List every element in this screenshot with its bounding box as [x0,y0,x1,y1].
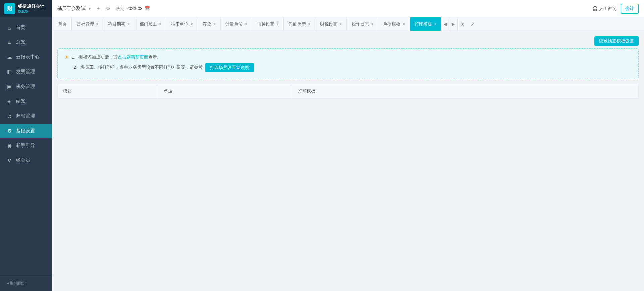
add-tab-icon[interactable]: ＋ [96,5,101,12]
tab-printform-close[interactable]: × [434,22,436,27]
calendar-icon[interactable]: 📅 [145,6,150,11]
tab-oplog[interactable]: 操作日志 × [347,17,378,31]
notice-prefix: 1、模板添加成功后，请 [72,55,118,60]
service-button[interactable]: 🎧 人工咨询 [592,6,616,12]
logo-sub: 旗舰版 [18,9,44,14]
sidebar-item-close[interactable]: ◈ 结账 [0,94,52,109]
topbar-right: 🎧 人工咨询 会计 [592,4,639,14]
sidebar: 财 畅捷通好会计 旗舰版 ⌂ 首页 ≡ 总账 ☁ 云报表中心 ◧ 发票管理 ▣ … [0,0,52,291]
company-selector[interactable]: 基层工会测试 ▼ [57,6,92,12]
sidebar-item-ledger[interactable]: ≡ 总账 [0,35,52,50]
tab-taxset-label: 财税设置 [320,21,337,27]
settings-icon: ⚙ [6,128,13,134]
tab-stock[interactable]: 存货 × [198,17,221,31]
tab-supplier[interactable]: 往来单位 × [166,17,198,31]
tab-voucher-close[interactable]: × [308,22,310,27]
tab-dept[interactable]: 部门员工 × [135,17,166,31]
sidebar-label-invoice: 发票管理 [16,69,35,75]
tab-taxset-close[interactable]: × [339,22,342,27]
tab-home-label: 首页 [58,21,67,27]
sidebar-unpin-button[interactable]: ◄取消固定 [0,276,52,291]
tab-singleform-close[interactable]: × [402,22,405,27]
tab-subjects[interactable]: 科目期初 × [103,17,135,31]
tab-dept-close[interactable]: × [159,22,161,27]
settings-row: 隐藏预置模板设置 [57,36,639,46]
tab-taxset[interactable]: 财税设置 × [315,17,347,31]
sidebar-label-member: 畅会员 [16,157,30,163]
sidebar-item-guide[interactable]: ◉ 新手引导 [0,138,52,153]
tab-stock-close[interactable]: × [213,22,216,27]
reports-icon: ☁ [6,54,13,60]
sidebar-label-guide: 新手引导 [16,143,35,149]
notice-refresh-link[interactable]: 点击刷新新页面 [118,55,148,60]
company-dropdown-icon: ▼ [88,6,92,11]
tab-currency-label: 币种设置 [257,21,274,27]
member-icon: V [6,157,13,164]
logo-title: 畅捷通好会计 [18,4,44,9]
tab-voucher-label: 凭证类型 [288,21,306,27]
tab-voucher[interactable]: 凭证类型 × [284,17,315,31]
notice-row-2: 2、多员工、多打印机、多种业务类型设置不同打印方案等，请参考 打印场景设置宣说明 [64,63,632,72]
explain-button[interactable]: 打印场景设置宣说明 [205,63,254,72]
sidebar-logo: 财 畅捷通好会计 旗舰版 [0,0,52,17]
notice-row-1: ☀ 1、模板添加成功后，请点击刷新新页面查看。 [64,54,632,61]
tab-oplog-label: 操作日志 [352,21,369,27]
sidebar-item-reports[interactable]: ☁ 云报表中心 [0,50,52,64]
tabbar: 首页 归档管理 × 科目期初 × 部门员工 × 往来单位 × 存货 × 计量单位… [52,17,644,31]
sidebar-item-member[interactable]: V 畅会员 [0,153,52,168]
tab-stock-label: 存货 [203,21,211,27]
home-icon: ⌂ [6,24,13,31]
th-document: 单据 [158,84,292,98]
sidebar-label-tax: 税务管理 [16,84,35,90]
tab-subjects-close[interactable]: × [127,22,130,27]
tab-expand[interactable]: ⤢ [468,17,478,31]
sidebar-label-archive: 归档管理 [16,113,35,119]
tab-subjects-label: 科目期初 [108,21,125,27]
topbar-actions: ＋ ⚙ [96,5,110,12]
kuaiji-button[interactable]: 会计 [621,4,639,14]
th-template: 打印模板 [292,84,638,98]
tab-currency[interactable]: 币种设置 × [252,17,284,31]
sidebar-label-settings: 基础设置 [16,128,35,134]
notice-box: ☀ 1、模板添加成功后，请点击刷新新页面查看。 2、多员工、多打印机、多种业务类… [57,48,639,78]
content-area: 隐藏预置模板设置 ☀ 1、模板添加成功后，请点击刷新新页面查看。 2、多员工、多… [52,31,644,291]
tab-printform[interactable]: 打印模板 × [410,17,441,31]
tab-singleform[interactable]: 单据模板 × [378,17,410,31]
service-label: 人工咨询 [599,6,616,12]
tax-icon: ▣ [6,83,13,90]
company-name: 基层工会测试 [57,6,86,12]
tab-close-all[interactable]: ✕ [458,17,468,31]
invoice-icon: ◧ [6,68,13,75]
sidebar-item-home[interactable]: ⌂ 首页 [0,20,52,35]
tab-archive[interactable]: 归档管理 × [72,17,103,31]
tab-singleform-label: 单据模板 [383,21,400,27]
logo-text: 畅捷通好会计 旗舰版 [18,4,44,14]
tab-supplier-close[interactable]: × [191,22,193,27]
tab-currency-close[interactable]: × [276,22,279,27]
hide-settings-button[interactable]: 隐藏预置模板设置 [594,36,639,46]
sidebar-item-tax[interactable]: ▣ 税务管理 [0,79,52,94]
settings-gear-icon[interactable]: ⚙ [106,5,110,12]
sidebar-item-settings[interactable]: ⚙ 基础设置 [0,124,52,138]
ledger-icon: ≡ [6,39,13,46]
sidebar-label-home: 首页 [16,25,25,31]
tab-measure-label: 计量单位 [225,21,243,27]
tab-measure-close[interactable]: × [245,22,247,27]
tab-archive-close[interactable]: × [96,22,98,27]
logo-icon: 财 [4,3,15,14]
sidebar-item-archive[interactable]: 🗂 归档管理 [0,109,52,124]
tab-scroll-right[interactable]: ▶ [449,17,458,31]
notice-suffix: 查看。 [148,55,161,60]
tab-oplog-close[interactable]: × [371,22,373,27]
notice-text-2: 2、多员工、多打印机、多种业务类型设置不同打印方案等，请参考 [74,64,203,71]
tab-scroll-left[interactable]: ◀ [441,17,449,31]
main-area: 基层工会测试 ▼ ＋ ⚙ 账期 2023-03 📅 🎧 人工咨询 会计 首页 [52,0,644,291]
guide-icon: ◉ [6,142,13,149]
tab-home[interactable]: 首页 [53,17,72,31]
sidebar-label-close: 结账 [16,98,25,104]
sidebar-item-invoice[interactable]: ◧ 发票管理 [0,64,52,79]
sidebar-label-reports: 云报表中心 [16,54,40,60]
tab-measure[interactable]: 计量单位 × [221,17,252,31]
table-header: 模块 单据 打印模板 [58,84,638,98]
kuaiji-label: 会计 [625,6,634,11]
